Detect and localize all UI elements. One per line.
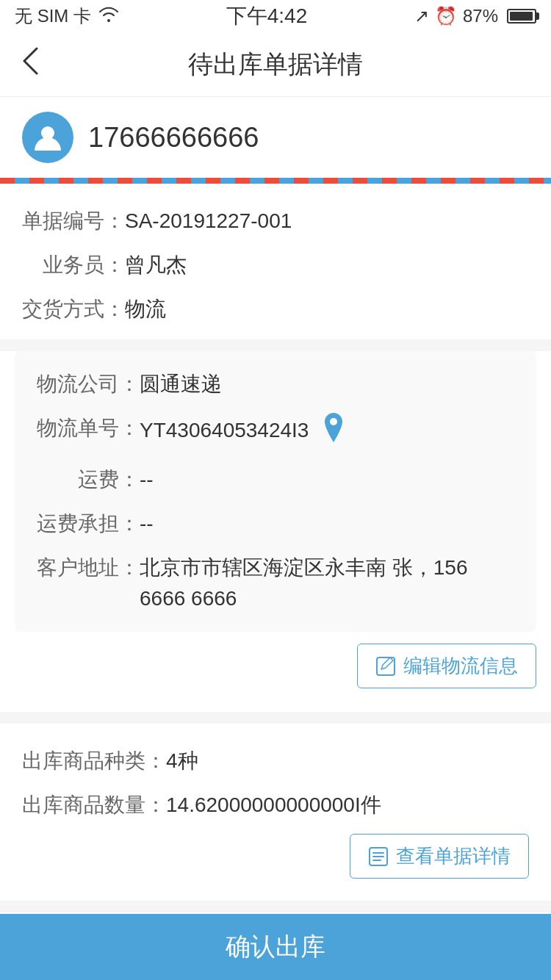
sales-person-row: 业务员： 曾凡杰 <box>22 250 529 281</box>
tracking-value: YT43064053424I3 <box>140 413 514 451</box>
delivery-method-value: 物流 <box>125 294 529 325</box>
tracking-label: 物流单号： <box>37 413 140 444</box>
battery-icon <box>507 9 536 24</box>
status-time: 下午4:42 <box>226 2 308 30</box>
location-pin-icon[interactable] <box>322 413 345 451</box>
sales-person-label: 业务员： <box>22 250 125 281</box>
goods-section: 出库商品种类： 4种 出库商品数量： 14.62000000000000I件 查… <box>0 724 551 901</box>
status-right: ↗ ⏰ 87% <box>414 6 536 26</box>
company-label: 物流公司： <box>37 369 140 400</box>
avatar <box>22 112 73 163</box>
edit-btn-row: 编辑物流信息 <box>15 644 536 700</box>
user-header: 17666666666 <box>0 97 551 178</box>
order-no-label: 单据编号： <box>22 206 125 237</box>
address-value: 北京市市辖区海淀区永丰南 张，156 6666 6666 <box>140 552 514 614</box>
goods-quantity-value: 14.62000000000000I件 <box>166 790 529 821</box>
page-title: 待出库单据详情 <box>188 48 363 82</box>
freight-bearer-value: -- <box>140 508 514 539</box>
confirm-btn-label: 确认出库 <box>226 930 325 964</box>
address-label: 客户地址： <box>37 552 140 583</box>
goods-types-row: 出库商品种类： 4种 <box>22 746 529 777</box>
logistics-card: 物流公司： 圆通速递 物流单号： YT43064053424I3 运费： -- … <box>15 351 536 632</box>
status-left: 无 SIM 卡 <box>15 4 119 28</box>
nav-bar: 待出库单据详情 <box>0 32 551 97</box>
svg-point-1 <box>330 418 337 425</box>
view-detail-button[interactable]: 查看单据详情 <box>350 834 529 879</box>
goods-types-value: 4种 <box>166 746 529 777</box>
svg-rect-2 <box>377 657 395 675</box>
order-no-value: SA-20191227-001 <box>125 206 529 237</box>
status-bar: 无 SIM 卡 下午4:42 ↗ ⏰ 87% <box>0 0 551 32</box>
order-info-section: 单据编号： SA-20191227-001 业务员： 曾凡杰 交货方式： 物流 <box>0 184 551 339</box>
wifi-icon <box>98 6 119 26</box>
freight-label: 运费： <box>37 464 140 495</box>
alarm-icon: ⏰ <box>435 6 457 26</box>
tracking-row: 物流单号： YT43064053424I3 <box>37 413 514 451</box>
freight-bearer-row: 运费承担： -- <box>37 508 514 539</box>
battery-percent: 87% <box>463 6 498 26</box>
goods-types-label: 出库商品种类： <box>22 746 166 777</box>
view-btn-row: 查看单据详情 <box>22 834 529 879</box>
edit-logistics-label: 编辑物流信息 <box>403 653 518 679</box>
user-phone: 17666666666 <box>88 122 259 154</box>
edit-logistics-button[interactable]: 编辑物流信息 <box>357 644 536 688</box>
confirm-outbound-button[interactable]: 确认出库 <box>0 914 551 980</box>
goods-quantity-label: 出库商品数量： <box>22 790 166 821</box>
edit-icon <box>375 656 396 677</box>
carrier-text: 无 SIM 卡 <box>15 4 91 28</box>
section-divider-1 <box>0 712 551 724</box>
delivery-method-label: 交货方式： <box>22 294 125 325</box>
company-value: 圆通速递 <box>140 369 514 400</box>
freight-row: 运费： -- <box>37 464 514 495</box>
location-icon: ↗ <box>414 6 429 26</box>
view-detail-label: 查看单据详情 <box>396 843 511 869</box>
address-row: 客户地址： 北京市市辖区海淀区永丰南 张，156 6666 6666 <box>37 552 514 614</box>
company-row: 物流公司： 圆通速递 <box>37 369 514 400</box>
dashed-divider <box>0 178 551 184</box>
list-icon <box>368 846 389 867</box>
freight-value: -- <box>140 464 514 495</box>
delivery-method-row: 交货方式： 物流 <box>22 294 529 325</box>
order-no-row: 单据编号： SA-20191227-001 <box>22 206 529 237</box>
sales-person-value: 曾凡杰 <box>125 250 529 281</box>
back-button[interactable] <box>22 47 38 82</box>
freight-bearer-label: 运费承担： <box>37 508 140 539</box>
goods-quantity-row: 出库商品数量： 14.62000000000000I件 <box>22 790 529 821</box>
